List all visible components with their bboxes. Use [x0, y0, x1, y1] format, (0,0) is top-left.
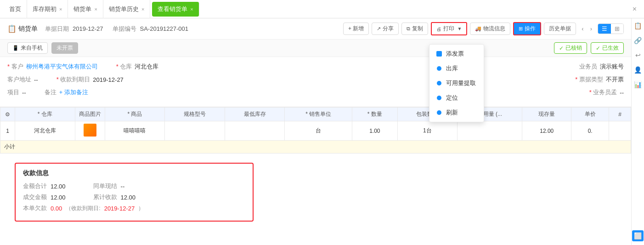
- sidebar-icon-3[interactable]: ↩: [635, 51, 641, 59]
- sidebar-icon-1[interactable]: 📋: [634, 22, 642, 29]
- payment-date-label: 收款到期日: [56, 75, 90, 84]
- transaction-field: 成交金额 12.00: [23, 193, 66, 201]
- table-header-row: ⚙ * 仓库 商品图片 * 商品 规格型号 最低库存 * 销售单位 * 数量 包…: [0, 108, 631, 121]
- staff2-label: 业务员孟: [589, 88, 617, 97]
- summary-box: 收款信息 金额合计 12.00 同单现结 -- 成交金额: [15, 163, 254, 222]
- sidebar-icon-5[interactable]: 📊: [634, 81, 642, 88]
- not-open-button[interactable]: 未开票: [51, 42, 78, 54]
- dropdown-refresh[interactable]: 刷新: [429, 105, 484, 120]
- dropdown-out-stock[interactable]: 出库: [429, 61, 484, 76]
- expand-icon[interactable]: ⬜: [632, 230, 644, 241]
- col-more-header: #: [609, 108, 631, 121]
- prev-arrow[interactable]: ‹: [579, 24, 586, 33]
- table-row: 1 河北仓库 嘻嘻嘻嘻 台 1.00 1台 12.00 0.: [0, 121, 631, 141]
- circle-icon-2: [436, 80, 442, 86]
- date-value: 2019-12-27: [73, 25, 103, 32]
- row-unit-price: 0.: [571, 121, 609, 141]
- form-row-1: 客户 柳州粤港平安气体有限公司 仓库 河北仓库 业务员 演示账号: [7, 63, 624, 71]
- tab-close-history[interactable]: ×: [141, 6, 144, 12]
- col-quantity-header: * 数量: [352, 108, 397, 121]
- warehouse-field: 仓库 河北仓库: [116, 63, 159, 71]
- list-view-button[interactable]: ☰: [598, 24, 611, 34]
- product-thumbnail: [84, 124, 96, 137]
- row-image: [75, 121, 105, 141]
- tab-close-inventory[interactable]: ×: [59, 6, 62, 12]
- project-field: 项目 --: [7, 88, 26, 97]
- summary-title: 收款信息: [23, 169, 245, 177]
- col-unit-price-header: 单价: [571, 108, 609, 121]
- operation-dropdown: 添发票 出库 可用量提取 定位: [429, 44, 484, 122]
- col-sales-unit-header: * 销售单位: [285, 108, 352, 121]
- summary-row-3: 本单欠款 0.00 （收款到期日: 2019-12-27 ）: [23, 204, 245, 212]
- tab-close-sales[interactable]: ×: [94, 6, 97, 12]
- tab-sales-history[interactable]: 销货单历史 ×: [103, 0, 150, 18]
- verify-button[interactable]: ✓ 已核销: [554, 42, 587, 54]
- row-available: [458, 121, 522, 141]
- copy-button[interactable]: ⧉ 复制: [401, 23, 428, 35]
- from-mobile-button[interactable]: 📱 来自手机: [7, 42, 48, 54]
- staff2-field: 业务员孟 --: [589, 88, 624, 97]
- tab-inventory-init[interactable]: 库存期初 ×: [27, 0, 68, 18]
- doc-icon: 📋: [7, 24, 17, 33]
- total-field: 金额合计 12.00: [23, 182, 66, 190]
- action-bar: 📱 来自手机 未开票 ✓ 已核销 ✓ 已生效: [0, 40, 631, 57]
- history-button[interactable]: 历史单据: [544, 23, 576, 35]
- dropdown-location[interactable]: 定位: [429, 91, 484, 105]
- same-order-settle-field: 同单现结 --: [93, 182, 125, 190]
- warehouse-value: 河北仓库: [135, 63, 158, 71]
- no-value: SA-20191227-001: [140, 25, 189, 32]
- new-button[interactable]: + 新增: [343, 23, 369, 35]
- col-min-stock-header: 最低库存: [225, 108, 285, 121]
- row-sales-unit: 台: [285, 121, 352, 141]
- sidebar-icon-2[interactable]: 🔗: [634, 37, 642, 44]
- operation-button[interactable]: ⊞ 操作: [513, 22, 541, 35]
- col-spec-header: 规格型号: [165, 108, 225, 121]
- cumulative-field: 累计收款 12.00: [93, 193, 136, 201]
- logistics-button[interactable]: 🚚 物流信息: [470, 23, 510, 35]
- customer-value[interactable]: 柳州粤港平安气体有限公司: [26, 63, 98, 71]
- summary-row-1: 金额合计 12.00 同单现结 --: [23, 182, 245, 190]
- sidebar-icon-4[interactable]: 👤: [634, 66, 642, 74]
- tab-home[interactable]: 首页: [4, 0, 27, 18]
- doc-header: 📋 销货单 单据日期 2019-12-27 单据编号 SA-20191227-0…: [0, 18, 631, 40]
- grid-view-button[interactable]: ⊞: [611, 24, 623, 34]
- cumulative-label: 累计收款: [93, 193, 117, 201]
- dropdown-available-pick[interactable]: 可用量提取: [429, 76, 484, 91]
- owe-field: 本单欠款 0.00 （收款到期日: 2019-12-27 ）: [23, 204, 144, 212]
- customer-field: 客户 柳州粤港平安气体有限公司: [7, 63, 98, 71]
- address-value: --: [34, 76, 38, 83]
- staff2-value: --: [620, 89, 624, 96]
- row-quantity: 1.00: [352, 121, 397, 141]
- tab-bar-close[interactable]: ×: [629, 5, 640, 13]
- transaction-label: 成交金额: [23, 193, 47, 201]
- circle-icon-4: [436, 109, 442, 116]
- effective-button[interactable]: ✓ 已生效: [591, 42, 624, 54]
- form-row-2: 客户地址 -- 收款到期日 2019-12-27 票据类型 不开票: [7, 75, 624, 84]
- tab-close-view-sales[interactable]: ×: [190, 6, 193, 12]
- tab-view-sales[interactable]: 查看销货单 ×: [152, 2, 199, 17]
- payment-date-value: 2019-12-27: [93, 76, 124, 83]
- row-spec: [165, 121, 225, 141]
- add-note-button[interactable]: + 添加备注: [59, 88, 88, 97]
- circle-icon-3: [436, 95, 442, 101]
- data-table: ⚙ * 仓库 商品图片 * 商品 规格型号 最低库存 * 销售单位 * 数量 包…: [0, 107, 631, 154]
- dropdown-add-invoice[interactable]: 添发票: [429, 46, 484, 61]
- no-label: 单据编号: [113, 25, 136, 33]
- row-pack-qty: 1台: [397, 121, 458, 141]
- date-label: 单据日期: [45, 25, 69, 33]
- col-product-header: * 商品: [105, 108, 165, 121]
- tab-sales-order[interactable]: 销货单 ×: [68, 0, 103, 18]
- doc-title-area: 📋 销货单 单据日期 2019-12-27 单据编号 SA-20191227-0…: [7, 24, 343, 33]
- col-stock-header: 现存量: [522, 108, 571, 121]
- right-sidebar: 📋 🔗 ↩ 👤 📊 ⬜: [631, 18, 644, 245]
- share-button[interactable]: ↗ 分享: [372, 23, 399, 35]
- print-button[interactable]: 🖨 打印 ▼: [431, 22, 467, 35]
- view-switch: ☰ ⊞: [598, 23, 624, 34]
- row-more: [609, 121, 631, 141]
- subtotal-row: 小计: [0, 141, 631, 154]
- note-label: 备注: [45, 88, 56, 97]
- staff-value: 演示账号: [600, 63, 624, 71]
- ticket-type-label: 票据类型: [575, 75, 603, 84]
- col-settings-header[interactable]: ⚙: [0, 108, 15, 121]
- next-arrow[interactable]: ›: [588, 24, 595, 33]
